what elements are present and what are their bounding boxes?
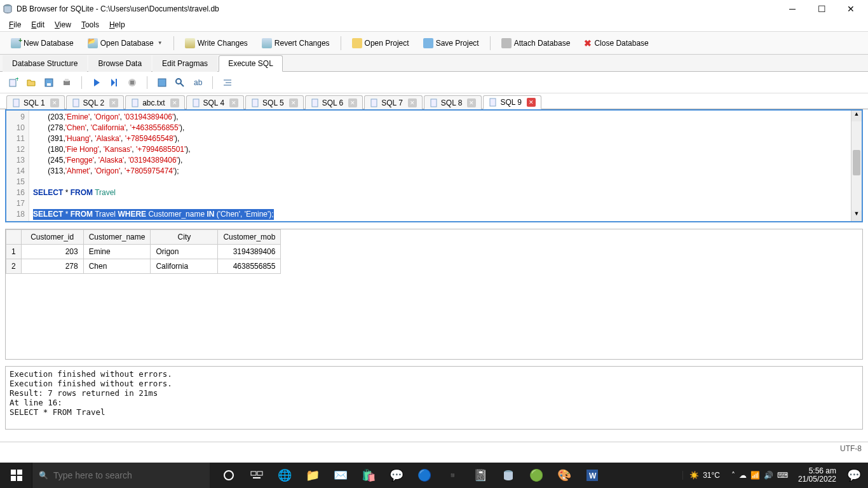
sql-file-tab[interactable]: SQL 4✕ xyxy=(186,95,245,109)
sql-tab-close-icon[interactable]: ✕ xyxy=(348,98,357,107)
paint-icon[interactable]: 🎨 xyxy=(552,463,577,488)
attach-database-button[interactable]: Attach Database xyxy=(496,35,576,51)
save-sql-file-button[interactable] xyxy=(42,76,56,90)
scroll-up-icon[interactable]: ▲ xyxy=(851,111,862,121)
tray-chevron-icon[interactable]: ˄ xyxy=(731,471,735,480)
column-header[interactable]: Customer_name xyxy=(83,230,151,245)
print-button[interactable] xyxy=(60,76,74,90)
save-project-button[interactable]: Save Project xyxy=(417,35,485,51)
task-view-icon[interactable] xyxy=(244,463,269,488)
taskbar-weather[interactable]: ☀️ 31°C xyxy=(682,471,726,480)
sql-file-tab[interactable]: SQL 7✕ xyxy=(364,95,423,109)
sql-file-tab[interactable]: SQL 1✕ xyxy=(6,95,65,109)
word-icon[interactable]: W xyxy=(580,463,605,488)
encoding-label: UTF-8 xyxy=(840,444,862,453)
write-changes-button[interactable]: Write Changes xyxy=(179,35,254,51)
sql-tab-close-icon[interactable]: ✕ xyxy=(109,98,118,107)
sql-file-tab[interactable]: abc.txt✕ xyxy=(125,95,184,109)
edge-icon[interactable]: 🌐 xyxy=(272,463,297,488)
sql-tab-close-icon[interactable]: ✕ xyxy=(467,98,476,107)
close-button[interactable]: ✕ xyxy=(836,0,865,18)
stop-button[interactable] xyxy=(125,76,139,90)
terminal-icon[interactable]: ▪️ xyxy=(440,463,465,488)
save-project-icon xyxy=(423,38,433,48)
menu-help[interactable]: Help xyxy=(104,19,130,30)
results-table[interactable]: Customer_idCustomer_nameCityCustomer_mob… xyxy=(6,229,281,274)
scroll-track[interactable] xyxy=(851,121,862,210)
taskbar-clock[interactable]: 5:56 am 21/05/2022 xyxy=(793,467,841,484)
execute-all-button[interactable] xyxy=(90,76,104,90)
taskbar-search[interactable]: 🔍 xyxy=(32,463,210,488)
column-header[interactable]: City xyxy=(151,230,218,245)
tab-database-structure[interactable]: Database Structure xyxy=(3,55,87,72)
svg-rect-25 xyxy=(490,98,496,106)
new-database-button[interactable]: New Database xyxy=(5,35,79,51)
svg-rect-9 xyxy=(130,81,134,85)
svg-text:ab: ab xyxy=(194,78,203,87)
execution-log[interactable]: Execution finished without errors. Execu… xyxy=(5,366,863,430)
sql-tab-label: SQL 1 xyxy=(24,98,45,107)
notifications-icon[interactable]: 💬 xyxy=(841,463,867,488)
windows-icon xyxy=(11,470,22,481)
sql-tab-close-icon[interactable]: ✕ xyxy=(408,98,417,107)
open-database-button[interactable]: Open Database▼ xyxy=(82,35,168,51)
execute-line-button[interactable] xyxy=(107,76,121,90)
sql-file-tab[interactable]: SQL 9✕ xyxy=(483,95,541,109)
sql-tab-close-icon[interactable]: ✕ xyxy=(170,98,179,107)
scroll-thumb[interactable] xyxy=(853,150,860,175)
editor-scrollbar[interactable]: ▲ ▼ xyxy=(851,111,862,221)
sql-file-tab[interactable]: SQL 5✕ xyxy=(245,95,304,109)
revert-changes-button[interactable]: Revert Changes xyxy=(256,35,336,51)
save-results-button[interactable] xyxy=(155,76,169,90)
cortana-icon[interactable] xyxy=(216,463,241,488)
menu-tools[interactable]: Tools xyxy=(76,19,104,30)
app-icon xyxy=(3,4,13,14)
sql-tab-close-icon[interactable]: ✕ xyxy=(50,98,59,107)
editor-code-area[interactable]: (203,'Emine', 'Origon', '03194389406'), … xyxy=(29,111,851,221)
scroll-down-icon[interactable]: ▼ xyxy=(851,210,862,221)
open-sql-file-button[interactable] xyxy=(24,76,38,90)
menu-file[interactable]: File xyxy=(4,19,26,30)
window-controls: ─ ☐ ✕ xyxy=(778,0,865,18)
close-database-button[interactable]: ✖Close Database xyxy=(578,35,654,51)
start-button[interactable] xyxy=(1,463,32,488)
sql-tab-label: SQL 5 xyxy=(262,98,284,107)
mail-icon[interactable]: ✉️ xyxy=(328,463,353,488)
skype-icon[interactable]: 💬 xyxy=(384,463,409,488)
store-icon[interactable]: 🛍️ xyxy=(356,463,381,488)
toolbar-separator xyxy=(173,36,174,50)
column-header[interactable]: Customer_mob xyxy=(218,230,281,245)
find-replace-button[interactable]: ab xyxy=(191,76,205,90)
new-sql-tab-button[interactable]: + xyxy=(6,76,20,90)
sql-tab-close-icon[interactable]: ✕ xyxy=(527,98,536,107)
tab-execute-sql[interactable]: Execute SQL xyxy=(219,55,283,72)
column-header[interactable]: Customer_id xyxy=(21,230,83,245)
tab-browse-data[interactable]: Browse Data xyxy=(88,55,151,72)
dbbrowser-taskbar-icon[interactable] xyxy=(496,463,521,488)
indent-button[interactable] xyxy=(220,76,234,90)
menu-view[interactable]: View xyxy=(50,19,76,30)
maximize-button[interactable]: ☐ xyxy=(807,0,836,18)
sql-tab-close-icon[interactable]: ✕ xyxy=(229,98,238,107)
tray-lang-icon[interactable]: ⌨ xyxy=(777,471,788,480)
sql-file-tab[interactable]: SQL 8✕ xyxy=(424,95,482,109)
notes-icon[interactable]: 📓 xyxy=(468,463,493,488)
tray-volume-icon[interactable]: 🔊 xyxy=(764,471,773,480)
table-row[interactable]: 1203EmineOrigon3194389406 xyxy=(6,245,281,259)
sql-editor[interactable]: 9101112131415161718 (203,'Emine', 'Origo… xyxy=(5,109,863,222)
sql-file-tab[interactable]: SQL 6✕ xyxy=(305,95,363,109)
chrome2-icon[interactable]: 🟢 xyxy=(524,463,549,488)
sql-file-tab[interactable]: SQL 2✕ xyxy=(66,95,125,109)
taskbar-search-input[interactable] xyxy=(53,470,203,480)
minimize-button[interactable]: ─ xyxy=(778,0,807,18)
find-button[interactable] xyxy=(173,76,187,90)
tray-network-icon[interactable]: 📶 xyxy=(750,471,760,480)
tray-cloud-icon[interactable]: ☁ xyxy=(739,471,747,480)
open-project-button[interactable]: Open Project xyxy=(346,35,415,51)
menu-edit[interactable]: Edit xyxy=(26,19,50,30)
file-explorer-icon[interactable]: 📁 xyxy=(300,463,325,488)
table-row[interactable]: 2278ChenCalifornia4638556855 xyxy=(6,259,281,274)
chrome-icon[interactable]: 🔵 xyxy=(412,463,437,488)
tab-edit-pragmas[interactable]: Edit Pragmas xyxy=(153,55,217,72)
sql-tab-close-icon[interactable]: ✕ xyxy=(289,98,298,107)
